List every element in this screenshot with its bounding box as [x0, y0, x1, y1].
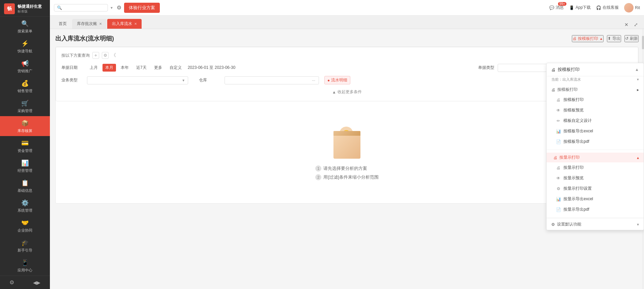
- scrollbar-thumb[interactable]: [642, 36, 644, 49]
- sidebar-item-purchase[interactable]: 🛒 采购管理: [0, 96, 50, 116]
- date-btn-more[interactable]: 更多: [151, 64, 165, 72]
- export-button[interactable]: ⬆ 导出: [607, 35, 621, 42]
- sidebar-item-basic[interactable]: 📋 基础信息: [0, 176, 50, 196]
- sidebar-item-inventory[interactable]: 📦 库存核算: [0, 116, 50, 136]
- content-inner: 出入库流水(流水明细) 🖨 按模板打印 ▲ ⬆ 导出 ↺: [50, 29, 644, 289]
- dropdown-header: 🖨 按模板打印 ▲: [547, 63, 644, 76]
- date-btn-custom[interactable]: 自定义: [167, 64, 184, 72]
- current-chevron: ▾: [637, 77, 639, 82]
- sidebar-item-search[interactable]: 🔍 搜索菜单: [0, 17, 50, 36]
- biz-type-label: 业务类型: [61, 77, 82, 83]
- tab-flow[interactable]: 出入库流水 ✕: [107, 19, 142, 29]
- tab-home[interactable]: 首页: [54, 19, 71, 29]
- dropdown-item-display-pdf[interactable]: 📄 按显示导出pdf: [547, 204, 644, 215]
- warehouse-select[interactable]: ···: [225, 76, 319, 84]
- window-maximize-button[interactable]: ⤢: [632, 21, 640, 29]
- display-print-icon: 🖨: [556, 165, 561, 170]
- quick-nav-icon: ⚡: [21, 40, 29, 47]
- template-section-header[interactable]: 🖨 按模板打印 ▸: [547, 85, 644, 95]
- date-filter-label: 单据日期: [61, 65, 82, 71]
- sidebar-item-sales[interactable]: 💰 销售管理: [0, 76, 50, 96]
- tab-batch-close[interactable]: ✕: [99, 22, 102, 26]
- content-area: 出入库流水(流水明细) 🖨 按模板打印 ▲ ⬆ 导出 ↺: [50, 29, 644, 289]
- warehouse-label: 仓库: [199, 77, 219, 83]
- collapse-more-button[interactable]: ▲ 收起更多条件: [328, 88, 366, 96]
- app-download-icon: 📱: [569, 5, 574, 10]
- dropdown-item-display-preview[interactable]: 👁 按显示预览: [547, 173, 644, 183]
- template-section-chevron: ▸: [637, 87, 639, 92]
- topbar-gear-icon[interactable]: ⚙: [117, 4, 121, 11]
- sidebar-item-system[interactable]: ⚙️ 系统管理: [0, 196, 50, 216]
- user-avatar[interactable]: Rit: [624, 3, 640, 12]
- page-actions: 🖨 按模板打印 ▲ ⬆ 导出 ↺ 刷新: [572, 35, 639, 42]
- sidebar-settings-icon[interactable]: ⚙: [9, 279, 14, 286]
- page-header: 出入库流水(流水明细) 🖨 按模板打印 ▲ ⬆ 导出 ↺: [55, 34, 639, 43]
- app-icon: 📱: [21, 259, 29, 266]
- dropdown-panel: 🖨 按模板打印 ▲ 当前：出入库流水 ▾ 🖨: [546, 63, 644, 230]
- date-btn-prev-month[interactable]: 上月: [87, 64, 100, 72]
- dropdown-chevron-up[interactable]: ▲: [635, 67, 639, 72]
- biz-type-select[interactable]: ▾: [87, 76, 188, 84]
- date-btn-this-year[interactable]: 本年: [118, 64, 131, 72]
- dropdown-item-display-settings[interactable]: ⚙ 按显示打印设置: [547, 183, 644, 194]
- dropdown-item-template-pdf[interactable]: 📄 按模板导出pdf: [547, 136, 644, 147]
- dropdown-footer-item[interactable]: ⚙ 设置默认功能 ▾: [547, 218, 644, 230]
- refresh-icon: ↺: [625, 36, 628, 41]
- sidebar: 畅 畅捷通好生意 标准版 🔍 搜索菜单 ⚡ 快捷导航 📢 营销推广 💰: [0, 0, 50, 289]
- tab-flow-close[interactable]: ✕: [134, 22, 137, 26]
- sidebar-item-finance[interactable]: 💳 资金管理: [0, 136, 50, 156]
- warehouse-select-dots: ···: [312, 78, 315, 83]
- search-input[interactable]: [63, 5, 105, 10]
- sidebar-item-operation[interactable]: 📊 经营管理: [0, 156, 50, 176]
- service-icon: 🎧: [596, 5, 601, 10]
- marketing-icon: 📢: [21, 60, 29, 67]
- topbar-search-box[interactable]: 🔍: [54, 4, 108, 11]
- logo-icon: 畅: [4, 3, 15, 14]
- industry-solution-button[interactable]: 体验行业方案: [124, 3, 160, 13]
- filter-tag-flow[interactable]: ● 流水明细: [324, 76, 350, 84]
- date-btn-7days[interactable]: 近7天: [134, 64, 149, 72]
- topbar-right: 💬 消息 99+ 📱 App下载 🎧 在线客服 Rit: [549, 3, 640, 12]
- excel-icon: 📊: [556, 129, 561, 134]
- dropdown-item-template-excel[interactable]: 📊 按模板导出excel: [547, 126, 644, 136]
- tabbar: 首页 库存批次账 ✕ 出入库流水 ✕ ✕ ⤢: [50, 16, 644, 29]
- hint-2-text: 用[过滤]条件来缩小分析范围: [323, 174, 378, 180]
- refresh-button[interactable]: ↺ 刷新: [624, 35, 639, 42]
- dropdown-item-display-excel[interactable]: 📊 按显示导出excel: [547, 194, 644, 204]
- sidebar-item-app[interactable]: 📱 应用中心: [0, 256, 50, 275]
- message-button[interactable]: 💬 消息 99+: [549, 5, 564, 10]
- dropdown-item-template-preview[interactable]: 👁 按模板预览: [547, 105, 644, 115]
- sidebar-item-quick-nav[interactable]: ⚡ 快捷导航: [0, 36, 50, 56]
- sidebar-item-guide[interactable]: 🎓 新手引导: [0, 236, 50, 256]
- filter-header: 按以下方案查询 ＋ ⚙ 《: [61, 52, 633, 59]
- date-filter-buttons: 上月 本月 本年 近7天 更多 自定义 2023-06-01 至 2023-06…: [87, 64, 235, 72]
- filter-add-button[interactable]: ＋: [92, 52, 99, 59]
- guide-icon: 🎓: [21, 239, 29, 246]
- sidebar-bottom: ⚙ ◀▶: [0, 275, 50, 289]
- empty-hint-2: 2 用[过滤]条件来缩小分析范围: [315, 174, 378, 180]
- preview-icon: 👁: [556, 108, 561, 113]
- dropdown-footer-divider: [547, 217, 644, 218]
- sidebar-item-partner[interactable]: 🤝 企业协同: [0, 216, 50, 236]
- window-close-button[interactable]: ✕: [622, 21, 631, 29]
- dropdown-item-template-custom[interactable]: ✏ 模板自定义设计: [547, 115, 644, 126]
- dropdown-divider: [547, 150, 644, 150]
- date-btn-this-month[interactable]: 本月: [103, 64, 116, 72]
- dropdown-section-template: 🖨 按模板打印 ▸ 🖨 按模板打印 👁 按模板预览: [547, 83, 644, 149]
- sidebar-item-marketing[interactable]: 📢 营销推广: [0, 56, 50, 76]
- empty-box: [333, 135, 360, 159]
- filter-section-label: 按以下方案查询: [61, 53, 90, 58]
- template-print-button[interactable]: 🖨 按模板打印 ▲: [572, 35, 604, 42]
- online-service-button[interactable]: 🎧 在线客服: [596, 5, 619, 10]
- topbar-dropdown-chevron[interactable]: ▾: [111, 5, 113, 10]
- dropdown-item-template-print[interactable]: 🖨 按模板打印: [547, 95, 644, 105]
- purchase-icon: 🛒: [21, 100, 29, 107]
- sidebar-collapse-icon[interactable]: ◀▶: [33, 280, 40, 285]
- app-download-button[interactable]: 📱 App下载: [569, 5, 591, 10]
- filter-settings-button[interactable]: ⚙: [102, 52, 109, 59]
- filter-collapse-button[interactable]: 《: [111, 52, 116, 58]
- display-section-header[interactable]: 🖨 按显示打印 ▴: [547, 153, 644, 162]
- message-icon: 💬: [549, 5, 554, 10]
- tab-batch[interactable]: 库存批次账 ✕: [72, 19, 107, 29]
- dropdown-item-display-print[interactable]: 🖨 按显示打印: [547, 162, 644, 173]
